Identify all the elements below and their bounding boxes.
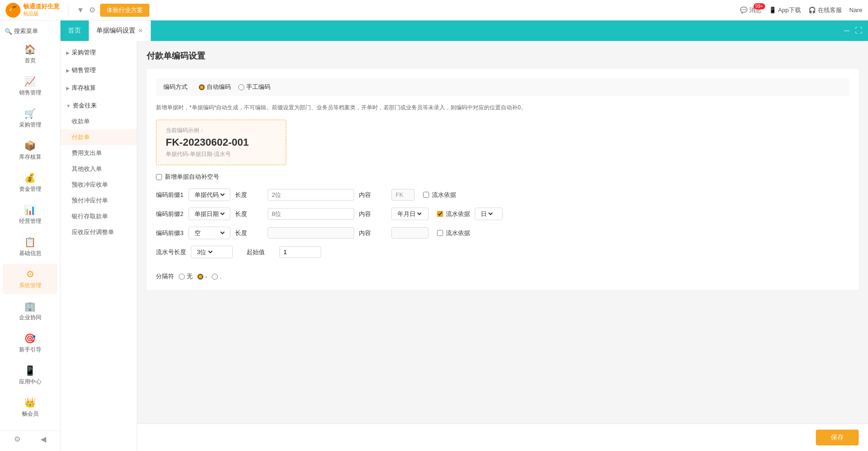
prefix2-period-dropdown[interactable]: 日 月 年 bbox=[479, 210, 494, 218]
sec-item-receipt[interactable]: 收款单 bbox=[61, 114, 137, 129]
sidebar-item-operations[interactable]: 📊 经营管理 bbox=[3, 200, 57, 230]
trial-button[interactable]: 体验行业方案 bbox=[100, 4, 149, 17]
start-value-input[interactable] bbox=[279, 246, 321, 258]
sep-dot-option[interactable]: . bbox=[212, 273, 222, 280]
service-button[interactable]: 🎧 在线客服 bbox=[808, 6, 842, 14]
prefix1-content-input[interactable] bbox=[391, 189, 415, 201]
prefix2-label: 编码前缀2 bbox=[156, 210, 184, 218]
sep-none-radio[interactable] bbox=[179, 274, 185, 280]
prefix2-select[interactable]: 单据日期 单据代码 业务员 空 bbox=[188, 208, 230, 220]
purchase-icon: 🛒 bbox=[24, 108, 36, 119]
sidebar-label-basic: 基础信息 bbox=[19, 249, 41, 257]
arrow-icon: ▶ bbox=[66, 68, 70, 73]
sidebar-item-newbie[interactable]: 🎯 新手引导 bbox=[3, 328, 57, 358]
stream-length-select[interactable]: 3位 4位 5位 6位 bbox=[191, 246, 233, 258]
prefix2-length-label: 长度 bbox=[235, 210, 263, 218]
sidebar-label-system: 系统管理 bbox=[19, 282, 41, 289]
sidebar-item-finance[interactable]: 💰 资金管理 bbox=[3, 168, 57, 198]
sidebar-item-corp[interactable]: 🏢 企业协同 bbox=[3, 296, 57, 326]
sidebar-item-apps[interactable]: 📱 应用中心 bbox=[3, 360, 57, 390]
prefix2-period-select[interactable]: 日 月 年 bbox=[475, 208, 503, 220]
sec-item-payment[interactable]: 付款单 bbox=[61, 129, 137, 145]
manual-code-option[interactable]: 手工编码 bbox=[238, 83, 270, 91]
prefix3-dropdown[interactable]: 空 单据代码 业务员 部门 bbox=[193, 229, 226, 237]
auto-code-radio[interactable] bbox=[199, 84, 205, 90]
prefix3-content-label: 内容 bbox=[359, 229, 387, 237]
stream-length-dropdown[interactable]: 3位 4位 5位 6位 bbox=[195, 248, 214, 256]
sep-dash-option[interactable]: - bbox=[197, 273, 207, 280]
top-bar-divider bbox=[68, 5, 68, 16]
service-label: 在线客服 bbox=[818, 6, 842, 14]
sidebar-item-purchase[interactable]: 🛒 采购管理 bbox=[3, 103, 57, 134]
prefix3-content-input[interactable] bbox=[391, 227, 429, 239]
sidebar-label-operations: 经营管理 bbox=[19, 217, 41, 225]
sec-item-expense[interactable]: 费用支出单 bbox=[61, 145, 137, 161]
sidebar-label-purchase: 采购管理 bbox=[19, 121, 41, 129]
search-label: 搜索菜单 bbox=[14, 27, 38, 35]
sep-dot-radio[interactable] bbox=[212, 274, 218, 280]
prefix3-length-input[interactable] bbox=[268, 227, 354, 239]
sidebar-item-member[interactable]: 👑 畅会员 bbox=[3, 392, 57, 423]
sec-item-prepay-pay[interactable]: 预付冲应付单 bbox=[61, 193, 137, 209]
prefix1-length-input[interactable] bbox=[268, 189, 354, 201]
tab-maximize-button[interactable]: ⛶ bbox=[855, 27, 862, 35]
prefix3-stream-checkbox[interactable] bbox=[437, 230, 443, 236]
sep-none-option[interactable]: 无 bbox=[179, 272, 193, 281]
home-icon: 🏠 bbox=[24, 44, 36, 55]
prefix1-length-label: 长度 bbox=[235, 191, 263, 199]
prefix1-stream-checkbox[interactable] bbox=[423, 192, 429, 198]
prefix1-select[interactable]: 单据代码 业务员 部门 空 bbox=[188, 188, 230, 201]
sep-dash-radio[interactable] bbox=[197, 274, 203, 280]
nav-dropdown[interactable]: ▼ bbox=[77, 6, 84, 14]
sep-dot-label: . bbox=[220, 273, 222, 280]
prefix2-stream-checkbox-label[interactable]: 流水依据 bbox=[437, 210, 470, 218]
sec-group-purchase: ▶ 采购管理 bbox=[61, 45, 137, 61]
tab-minimize-button[interactable]: ─ bbox=[844, 27, 849, 35]
message-button[interactable]: 💬 消息 99+ bbox=[740, 6, 761, 14]
sidebar-item-home[interactable]: 🏠 首页 bbox=[3, 39, 57, 69]
auto-fill-checkbox-label[interactable]: 新增单据自动补空号 bbox=[156, 173, 849, 181]
settings-bottom-icon[interactable]: ⚙ bbox=[14, 435, 20, 444]
collapse-sidebar-button[interactable]: ◀ bbox=[40, 435, 46, 444]
prefix2-content-select[interactable]: 年月日 年月 年 bbox=[391, 208, 429, 220]
search-menu-button[interactable]: 🔍 搜索菜单 bbox=[0, 24, 60, 38]
save-button[interactable]: 保存 bbox=[816, 430, 859, 445]
prefix3-select[interactable]: 空 单据代码 业务员 部门 bbox=[188, 227, 230, 239]
auto-fill-checkbox[interactable] bbox=[156, 174, 162, 180]
app-download-button[interactable]: 📱 App下载 bbox=[769, 6, 801, 14]
sep-dash-label: - bbox=[205, 273, 207, 280]
tab-voucher-settings[interactable]: 单据编码设置 ✕ bbox=[89, 20, 151, 41]
prefix2-length-input[interactable] bbox=[268, 208, 354, 220]
user-menu[interactable]: Nare bbox=[849, 7, 862, 13]
sidebar-bottom: ⚙ ◀ bbox=[0, 431, 60, 447]
sec-item-bank[interactable]: 银行存取款单 bbox=[61, 209, 137, 224]
sidebar-item-sales[interactable]: 📈 销售管理 bbox=[3, 71, 57, 101]
prefix2-content-dropdown[interactable]: 年月日 年月 年 bbox=[396, 210, 423, 218]
manual-code-radio[interactable] bbox=[238, 84, 244, 90]
code-method-label: 编码方式 bbox=[163, 83, 191, 91]
sec-group-sales: ▶ 销售管理 bbox=[61, 62, 137, 78]
prefix1-dropdown[interactable]: 单据代码 业务员 部门 空 bbox=[193, 191, 226, 199]
tab-close-button[interactable]: ✕ bbox=[138, 27, 143, 34]
auto-code-option[interactable]: 自动编码 bbox=[199, 83, 231, 91]
sec-item-prepay-recv[interactable]: 预收冲应收单 bbox=[61, 177, 137, 193]
sec-item-other-income[interactable]: 其他收入单 bbox=[61, 161, 137, 177]
separator-row: 分隔符 无 - bbox=[156, 272, 849, 281]
prefix3-stream-checkbox-label[interactable]: 流水依据 bbox=[437, 229, 470, 237]
sec-group-sales-header[interactable]: ▶ 销售管理 bbox=[61, 62, 137, 78]
prefix1-stream-checkbox-label[interactable]: 流水依据 bbox=[423, 191, 456, 199]
sidebar-item-stock[interactable]: 📦 库存核算 bbox=[3, 135, 57, 166]
prefix2-dropdown[interactable]: 单据日期 单据代码 业务员 空 bbox=[193, 210, 226, 218]
top-bar: 🍊 畅通道好生意 拓品版 ▼ ⚙ 体验行业方案 💬 消息 99+ 📱 App下载… bbox=[0, 0, 868, 20]
sidebar-item-basic[interactable]: 📋 基础信息 bbox=[3, 232, 57, 262]
tab-home[interactable]: 首页 bbox=[61, 20, 89, 41]
tab-bar: 首页 单据编码设置 ✕ ─ ⛶ bbox=[61, 20, 868, 41]
search-icon: 🔍 bbox=[5, 28, 12, 35]
sec-group-purchase-header[interactable]: ▶ 采购管理 bbox=[61, 45, 137, 61]
prefix2-stream-checkbox[interactable] bbox=[437, 211, 443, 217]
sec-group-stock-header[interactable]: ▶ 库存核算 bbox=[61, 80, 137, 96]
sec-item-adjust[interactable]: 应收应付调整单 bbox=[61, 224, 137, 240]
sec-group-capital-header[interactable]: ▼ 资金往来 bbox=[61, 98, 137, 114]
settings-icon[interactable]: ⚙ bbox=[89, 6, 95, 14]
sidebar-item-system[interactable]: ⚙ 系统管理 bbox=[3, 264, 57, 294]
